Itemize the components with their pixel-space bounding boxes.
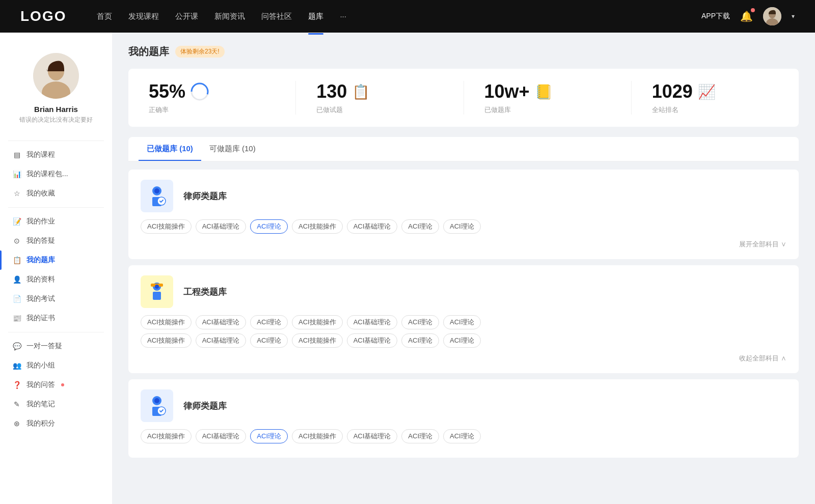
tag-law2-5[interactable]: ACI理论: [401, 429, 439, 443]
expand-engineering[interactable]: 收起全部科目 ∧: [141, 352, 786, 363]
nav-link-more[interactable]: ···: [340, 10, 346, 23]
tag-eng-r2-2[interactable]: ACI理论: [250, 333, 288, 348]
svg-rect-13: [153, 292, 161, 300]
sidebar-item-homework[interactable]: 📝 我的作业: [0, 212, 112, 231]
lawyer-icon-1: [145, 184, 169, 208]
nav-link-bank[interactable]: 题库: [308, 10, 323, 23]
tag-eng-r1-5[interactable]: ACI理论: [401, 315, 439, 329]
tutor-icon: 💬: [12, 342, 21, 350]
sidebar-item-bank[interactable]: 📋 我的题库: [0, 250, 112, 270]
tag-law1-5[interactable]: ACI理论: [401, 219, 439, 234]
homework-icon: 📝: [12, 217, 21, 226]
notification-bell[interactable]: 🔔: [740, 10, 753, 22]
sidebar-label-qa-ask: 我的答疑: [26, 236, 55, 245]
sidebar-item-questions[interactable]: ❓ 我的问答: [0, 375, 112, 395]
tags-row-engineering-2: ACI技能操作 ACI基础理论 ACI理论 ACI技能操作 ACI基础理论 AC…: [141, 333, 786, 348]
sidebar-divider-2: [8, 332, 104, 332]
sidebar-label-notes: 我的笔记: [26, 400, 55, 409]
stat-done-banks-value: 10w+: [484, 81, 530, 102]
tag-eng-r1-6[interactable]: ACI理论: [443, 315, 481, 329]
sidebar-item-packages[interactable]: 📊 我的课程包...: [0, 164, 112, 184]
subject-card-law-1: 律师类题库 ACI技能操作 ACI基础理论 ACI理论 ACI技能操作 ACI基…: [128, 170, 799, 259]
rank-chart-icon: 📈: [698, 83, 716, 100]
svg-point-18: [154, 398, 159, 403]
tag-eng-r1-4[interactable]: ACI基础理论: [347, 315, 398, 329]
courses-icon: ▤: [12, 151, 21, 159]
tag-law2-4[interactable]: ACI基础理论: [347, 429, 398, 443]
main-content: 我的题库 体验剩余23天! 55% 正确率 130 📋: [112, 33, 815, 504]
bell-icon: 🔔: [740, 11, 753, 22]
user-menu-chevron[interactable]: ▾: [792, 13, 795, 20]
tag-law2-2[interactable]: ACI理论: [250, 429, 288, 443]
tag-law2-0[interactable]: ACI技能操作: [141, 429, 192, 443]
stat-rank-label: 全站排名: [652, 105, 678, 115]
trial-badge: 体验剩余23天!: [175, 46, 225, 58]
navbar: LOGO 首页 发现课程 公开课 新闻资讯 问答社区 题库 ··· APP下载 …: [0, 0, 815, 33]
tag-law1-3[interactable]: ACI技能操作: [292, 219, 343, 234]
user-avatar-nav[interactable]: [763, 7, 781, 25]
tag-eng-r1-2[interactable]: ACI理论: [250, 315, 288, 329]
tag-eng-r1-0[interactable]: ACI技能操作: [141, 315, 192, 329]
tag-eng-r1-3[interactable]: ACI技能操作: [292, 315, 343, 329]
nav-link-discover[interactable]: 发现课程: [128, 10, 159, 23]
sidebar-divider-top: [8, 141, 104, 141]
tag-law1-2[interactable]: ACI理论: [250, 219, 288, 234]
tag-law1-6[interactable]: ACI理论: [443, 219, 481, 234]
tag-eng-r2-6[interactable]: ACI理论: [443, 333, 481, 348]
engineer-icon: [145, 279, 169, 304]
cards-area: 律师类题库 ACI技能操作 ACI基础理论 ACI理论 ACI技能操作 ACI基…: [128, 170, 799, 464]
questions-dot-badge: [61, 383, 64, 386]
stat-rank-top: 1029 📈: [652, 81, 716, 102]
nav-link-qa[interactable]: 问答社区: [261, 10, 292, 23]
nav-link-home[interactable]: 首页: [97, 10, 112, 23]
tag-eng-r2-5[interactable]: ACI理论: [401, 333, 439, 348]
subject-card-engineering: 工程类题库 ACI技能操作 ACI基础理论 ACI理论 ACI技能操作 ACI基…: [128, 265, 799, 373]
tag-eng-r1-1[interactable]: ACI基础理论: [196, 315, 247, 329]
sidebar-item-points[interactable]: ⊛ 我的积分: [0, 414, 112, 433]
tab-available-banks[interactable]: 可做题库 (10): [201, 137, 264, 161]
exam-icon: 📄: [12, 295, 21, 303]
logo[interactable]: LOGO: [20, 8, 66, 24]
user-profile: Brian Harris 错误的决定比没有决定要好: [0, 45, 112, 136]
nav-link-news[interactable]: 新闻资讯: [214, 10, 245, 23]
subject-icon-law-1: [141, 180, 173, 212]
sidebar-item-courses[interactable]: ▤ 我的课程: [0, 145, 112, 164]
sidebar-item-exam[interactable]: 📄 我的考试: [0, 289, 112, 309]
tag-law2-1[interactable]: ACI基础理论: [196, 429, 247, 443]
bank-icon: 📋: [12, 256, 21, 264]
sidebar-item-data[interactable]: 👤 我的资料: [0, 270, 112, 289]
tag-law2-6[interactable]: ACI理论: [443, 429, 481, 443]
tag-eng-r2-3[interactable]: ACI技能操作: [292, 333, 343, 348]
sidebar: Brian Harris 错误的决定比没有决定要好 ▤ 我的课程 📊 我的课程包…: [0, 33, 112, 504]
expand-law-1[interactable]: 展开全部科目 ∨: [141, 238, 786, 249]
subject-icon-law-2: [141, 389, 173, 422]
sidebar-divider-1: [8, 207, 104, 208]
sidebar-item-notes[interactable]: ✎ 我的笔记: [0, 395, 112, 414]
accuracy-chart-icon: [191, 82, 209, 101]
nav-link-open[interactable]: 公开课: [175, 10, 198, 23]
favorites-icon: ☆: [12, 189, 21, 198]
sidebar-label-group: 我的小组: [26, 361, 55, 370]
sidebar-item-group[interactable]: 👥 我的小组: [0, 356, 112, 375]
sidebar-item-qa-ask[interactable]: ⊙ 我的答疑: [0, 231, 112, 250]
stat-done-questions-top: 130 📋: [316, 81, 370, 102]
tag-law1-0[interactable]: ACI技能操作: [141, 219, 192, 234]
tab-done-banks[interactable]: 已做题库 (10): [139, 137, 201, 161]
tags-row-engineering-1: ACI技能操作 ACI基础理论 ACI理论 ACI技能操作 ACI基础理论 AC…: [141, 315, 786, 329]
stat-accuracy-value: 55%: [149, 81, 185, 102]
tag-law1-4[interactable]: ACI基础理论: [347, 219, 398, 234]
tag-eng-r2-0[interactable]: ACI技能操作: [141, 333, 192, 348]
stats-card: 55% 正确率 130 📋 已做试题 10w+: [128, 69, 799, 127]
app-download-button[interactable]: APP下载: [701, 12, 730, 21]
sidebar-item-tutor[interactable]: 💬 一对一答疑: [0, 337, 112, 356]
tag-eng-r2-1[interactable]: ACI基础理论: [196, 333, 247, 348]
subject-name-law-1: 律师类题库: [183, 190, 227, 202]
tag-law1-1[interactable]: ACI基础理论: [196, 219, 247, 234]
tag-eng-r2-4[interactable]: ACI基础理论: [347, 333, 398, 348]
sidebar-label-bank: 我的题库: [26, 256, 55, 265]
tag-law2-3[interactable]: ACI技能操作: [292, 429, 343, 443]
sidebar-item-certificate[interactable]: 📰 我的证书: [0, 309, 112, 328]
sidebar-item-favorites[interactable]: ☆ 我的收藏: [0, 184, 112, 203]
subject-header-law-1: 律师类题库: [141, 180, 786, 212]
stat-rank-value: 1029: [652, 81, 693, 102]
